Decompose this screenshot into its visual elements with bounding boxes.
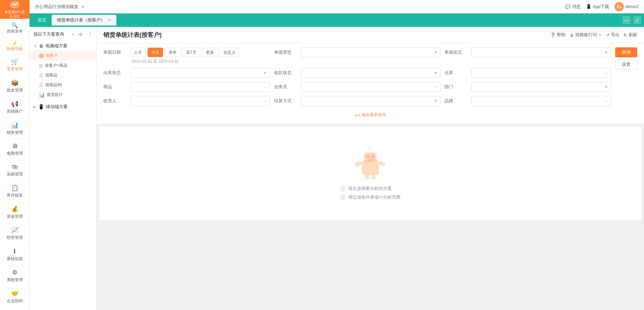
query-button[interactable]: 查询	[615, 47, 637, 57]
sidebar-search[interactable]: 🔍 搜索菜单	[0, 19, 29, 38]
sidebar-item-purchase[interactable]: 🛍 采购管理	[0, 160, 29, 181]
sidebar-item-operations[interactable]: 📈 经营管理	[0, 223, 29, 244]
sidebar-item-enterprise[interactable]: 🤝 企业协同	[0, 287, 29, 308]
tip-text-2: 用过滤条件来缩小分析范围	[348, 194, 400, 200]
order-type-select[interactable]: ▼	[301, 47, 441, 57]
print-template-button[interactable]: 🖨 按模板打印 ▼	[570, 32, 602, 38]
recipient-select[interactable]: ···	[130, 96, 270, 106]
scheme-panel-actions: ＋ ⚙ 《	[69, 31, 92, 38]
product-select[interactable]: ···	[130, 82, 270, 92]
finance-label: 资金管理	[7, 214, 23, 219]
sidebar-item-system[interactable]: ⚙ 系统管理	[0, 265, 29, 287]
message-button[interactable]: 💬 消息	[565, 4, 581, 10]
top-header: 办公用品行业模拟账套 ▼ 💬 消息 📱 App下载 Ea demo2	[30, 0, 644, 13]
inventory-icon: 📋	[11, 184, 18, 192]
scheme-group-mobile: ▶ 📱 移动端方案	[30, 101, 96, 112]
scheme-panel-title: 按以下方案查询	[34, 31, 64, 37]
department-select[interactable]: ▼	[471, 82, 611, 92]
marketing-icon: 📢	[11, 100, 18, 108]
query-buttons: 查询 设置	[611, 47, 637, 69]
marketing-label: 营销推广	[7, 109, 23, 114]
sidebar-item-retail[interactable]: 🛒 零售管理	[0, 55, 29, 76]
date-btn-this-year[interactable]: 本年	[165, 48, 180, 57]
sidebar-item-marketing[interactable]: 📢 营销推广	[0, 97, 29, 118]
industry-label: 办公用品行业模拟账套	[35, 4, 78, 10]
salesman-select[interactable]: ···	[301, 82, 441, 92]
industry-dropdown-arrow[interactable]: ▼	[81, 5, 85, 9]
svg-rect-8	[355, 161, 363, 167]
brand-select[interactable]: ···	[471, 96, 611, 106]
date-btn-last-7days[interactable]: 近7天	[182, 48, 200, 57]
header-right: 💬 消息 📱 App下载 Ea demo2	[565, 2, 639, 11]
system-icon: ⚙	[12, 269, 17, 276]
tab-bar-actions: — ⤢	[623, 16, 641, 24]
date-btn-last-month[interactable]: 上月	[130, 48, 146, 57]
scheme-item-by-product[interactable]: ☰ 按商品	[30, 70, 96, 80]
scheme-by-product-label: 按商品	[45, 72, 57, 78]
sidebar-item-sales[interactable]: 📊 销售管理	[0, 118, 29, 139]
settlement-select[interactable]: ▼	[301, 96, 441, 106]
wholesale-label: 批发管理	[7, 88, 23, 93]
tab-maximize-button[interactable]: ⤢	[633, 16, 641, 24]
finance-icon: 💰	[11, 205, 18, 213]
scheme-item-by-customer[interactable]: ◎ 按客户	[30, 50, 96, 61]
delivery-status-select[interactable]: ▼	[130, 68, 270, 78]
quick-nav-label: 快捷导航	[7, 46, 23, 52]
tab-sales-summary-label: 销货单统计表（按客户）	[57, 17, 105, 23]
settlement-label: 结算方式	[274, 98, 301, 104]
settings-scheme-button[interactable]: ⚙	[77, 31, 84, 38]
tab-home-label: 首页	[38, 17, 46, 23]
user-profile[interactable]: Ea demo2	[614, 2, 639, 11]
warehouse-select[interactable]: ···	[471, 68, 611, 78]
message-label: 消息	[572, 4, 581, 10]
help-icon: ❓	[550, 33, 555, 38]
recipient-filter-cell: 收货人 ···	[103, 96, 270, 106]
sidebar-item-ecommerce[interactable]: 🖥 电商管理	[0, 139, 29, 160]
sidebar-item-wholesale[interactable]: 📦 批发管理	[0, 76, 29, 97]
tab-close-icon[interactable]: ✕	[108, 18, 111, 22]
scheme-group-mobile-header[interactable]: ▶ 📱 移动端方案	[30, 102, 96, 111]
product-label: 商品	[103, 84, 130, 90]
bar-chart-icon: 📊	[39, 92, 45, 98]
date-btn-custom[interactable]: 自定义	[220, 48, 239, 57]
date-range-display: 2023-03-01 至 2023-03-31	[131, 59, 179, 64]
payment-status-select[interactable]: ▼	[301, 68, 441, 78]
desktop-scheme-label: 电脑端方案	[46, 43, 67, 49]
collapse-bar[interactable]: ∧∧ 收起更多条件	[103, 110, 637, 120]
tab-sales-summary[interactable]: 销货单统计表（按客户） ✕	[52, 15, 116, 25]
mobile-scheme-icon: 📱	[38, 104, 44, 109]
scheme-item-by-product-99[interactable]: ☰ 按商品99	[30, 80, 96, 90]
sidebar-item-new-guide[interactable]: 🎯 新手引导	[0, 308, 29, 310]
app-subtitle: 标准版	[10, 14, 20, 19]
header-left: 办公用品行业模拟账套 ▼	[35, 4, 85, 10]
sidebar-item-inventory[interactable]: 📋 库存核算	[0, 181, 29, 202]
filter-row-1: 单据日期 上月 本月 本年	[103, 47, 611, 57]
export-button[interactable]: ↗ 导出	[606, 32, 620, 38]
chevron-down-icon: ▼	[34, 44, 37, 48]
scheme-group-desktop-header[interactable]: ▼ 🖥 电脑端方案	[30, 42, 96, 50]
sidebar-item-basic-info[interactable]: ℹ 基础信息	[0, 244, 29, 265]
order-status-label: 单据状态	[444, 49, 471, 55]
tip-text-1: 请先选择要分析的方案	[348, 186, 392, 192]
order-status-arrow: ▼	[604, 50, 608, 54]
tab-home[interactable]: 首页	[32, 15, 52, 25]
add-scheme-button[interactable]: ＋	[69, 31, 76, 38]
svg-point-7	[372, 156, 374, 157]
collapse-scheme-button[interactable]: 《	[86, 31, 92, 38]
setting-button[interactable]: 设置	[615, 59, 637, 69]
scheme-return-stats-label: 退货统计	[47, 92, 63, 98]
order-status-select[interactable]: ▼	[471, 47, 611, 57]
scheme-item-by-customer-product[interactable]: ⊞ 按客户+商品	[30, 61, 96, 70]
help-button[interactable]: ❓ 帮助	[550, 32, 566, 38]
app-download-button[interactable]: 📱 App下载	[586, 4, 609, 10]
sidebar-quick-nav[interactable]: ⚡ 快捷导航	[0, 38, 29, 55]
sidebar-item-finance[interactable]: 💰 资金管理	[0, 202, 29, 223]
date-btn-this-month[interactable]: 本月	[148, 48, 163, 57]
delivery-status-filter-cell: 出库状态 ▼	[103, 68, 270, 78]
tab-minimize-button[interactable]: —	[623, 16, 631, 24]
delivery-status-label: 出库状态	[103, 70, 130, 76]
date-btn-more[interactable]: 更多	[202, 48, 218, 57]
refresh-button[interactable]: ↻ 刷新	[624, 32, 637, 38]
ecommerce-label: 电商管理	[7, 151, 23, 156]
scheme-item-return-stats[interactable]: 📊 退货统计	[30, 90, 96, 100]
